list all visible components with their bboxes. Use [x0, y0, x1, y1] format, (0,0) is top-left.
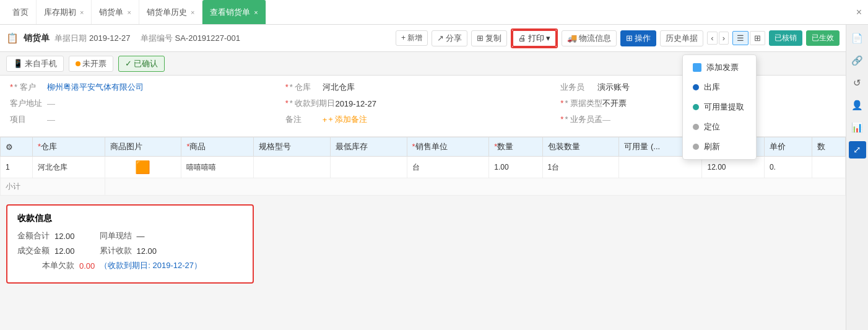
dropdown-avail-extract[interactable]: 可用量提取	[683, 97, 756, 117]
project-value: —	[47, 115, 55, 124]
not-open-button[interactable]: 未开票	[69, 56, 113, 72]
cumulative-label: 累计收款	[100, 245, 132, 256]
print-button[interactable]: 🖨 打印 ▾	[512, 30, 557, 47]
ticket-value: 不开票	[602, 98, 627, 109]
gear-icon: ⚙	[6, 142, 13, 152]
deal-amount-label: 成交金额	[17, 245, 50, 256]
tab-view-sales-close[interactable]: ×	[254, 9, 258, 16]
outbound-icon	[693, 84, 699, 90]
salesperson-value: —	[602, 115, 610, 124]
effective-button[interactable]: 已生效	[806, 30, 840, 46]
col-warehouse: *仓库	[33, 137, 105, 157]
sidebar-refresh-icon[interactable]: ↺	[849, 74, 866, 92]
col-pkg-qty: 包装数量	[542, 137, 619, 157]
print-icon: 🖨	[518, 33, 526, 43]
col-price: 单价	[764, 137, 812, 157]
row-unit: 台	[407, 157, 489, 178]
list-view-button[interactable]: ☰	[732, 31, 749, 45]
subtotal-row: 小计	[1, 178, 846, 196]
doc-icon: 📋	[6, 32, 19, 44]
from-phone-button[interactable]: 📱 来自手机	[6, 56, 64, 72]
doc-no-value: SA-20191227-001	[175, 33, 241, 43]
sidebar-doc-icon[interactable]: 📄	[849, 30, 866, 47]
copy-button[interactable]: ⊞ 复制	[471, 30, 507, 46]
row-spec	[253, 157, 330, 178]
row-image: 🟧	[105, 157, 181, 178]
amount-value: 12.00	[54, 232, 75, 241]
prev-button[interactable]: ‹	[707, 32, 717, 45]
nav-arrows: ‹ ›	[707, 32, 729, 45]
payment-title: 收款信息	[17, 213, 243, 224]
due-note: （收款到期日: 2019-12-27）	[100, 260, 202, 271]
toolbar: 📋 销货单 单据日期 2019-12-27 单据编号 SA-20191227-0…	[0, 25, 846, 52]
row-min-stock	[330, 157, 407, 178]
project-label: 项目	[10, 114, 47, 125]
col-product: *商品	[181, 137, 254, 157]
dropdown-add-invoice[interactable]: 添加发票	[683, 58, 756, 77]
logistics-icon: 🚚	[567, 33, 577, 43]
phone-icon: 📱	[13, 59, 23, 68]
add-note-button[interactable]: + + 添加备注	[323, 114, 368, 125]
col-spec: 规格型号	[253, 137, 330, 157]
share-button[interactable]: ↗ 分享	[432, 30, 467, 46]
share-icon: ↗	[437, 33, 444, 43]
doc-title: 销货单	[24, 33, 50, 44]
logistics-button[interactable]: 🚚 物流信息	[562, 30, 617, 46]
tab-sales-history-close[interactable]: ×	[191, 9, 194, 16]
row-qty: 1.00	[489, 157, 542, 178]
tab-home[interactable]: 首页	[5, 0, 37, 24]
next-button[interactable]: ›	[719, 32, 729, 45]
sidebar-link-icon[interactable]: 🔗	[849, 52, 866, 69]
right-sidebar: 📄 🔗 ↺ 👤 📊 ⤢	[846, 25, 868, 330]
locate-icon	[693, 124, 699, 130]
amount-label: 金额合计	[17, 230, 50, 241]
tab-sales[interactable]: 销货单 ×	[92, 0, 139, 24]
ops-dropdown: 添加发票 出库 可用量提取 定位 刷新	[682, 54, 757, 160]
same-order-label: 同单现结	[100, 230, 132, 241]
due-label: 本单欠款	[42, 260, 74, 271]
sidebar-chart-icon[interactable]: 📊	[849, 119, 866, 136]
copy-icon: ⊞	[477, 33, 484, 43]
dropdown-locate[interactable]: 定位	[683, 117, 756, 137]
customer-value: 柳州粤港平安气体有限公司	[47, 82, 144, 93]
row-product: 嘻嘻嘻嘻	[181, 157, 254, 178]
warehouse-label: * 仓库	[285, 82, 323, 93]
row-pkg-qty: 1台	[542, 157, 619, 178]
sold-button[interactable]: 已核销	[769, 30, 802, 46]
col-gear: ⚙	[1, 137, 33, 157]
sidebar-expand-icon[interactable]: ⤢	[849, 141, 866, 158]
dropdown-refresh[interactable]: 刷新	[683, 137, 756, 157]
confirm-button[interactable]: ✓ 已确认	[118, 56, 165, 72]
same-order-value: —	[137, 232, 145, 241]
staff-value: 演示账号	[597, 82, 630, 93]
subtotal-label: 小计	[1, 178, 105, 196]
address-value: —	[47, 99, 55, 108]
row-price: 0.	[764, 157, 812, 178]
ops-button[interactable]: ⊞ 操作	[620, 30, 656, 46]
view-buttons: ☰ ⊞	[732, 31, 765, 45]
sidebar-user-icon[interactable]: 👤	[849, 97, 866, 114]
tab-sales-history[interactable]: 销货单历史 ×	[139, 0, 202, 24]
refresh-icon	[693, 144, 699, 150]
doc-no-label: 单据编号	[141, 33, 173, 44]
deal-amount-value: 12.00	[54, 246, 75, 256]
dropdown-outbound[interactable]: 出库	[683, 77, 756, 97]
due-value: 0.00	[79, 261, 95, 271]
add-invoice-icon	[693, 63, 701, 72]
date-label: 单据日期	[54, 33, 87, 44]
row-amount	[812, 157, 846, 178]
tab-sales-close[interactable]: ×	[127, 9, 131, 16]
col-unit: *销售单位	[407, 137, 489, 157]
window-close[interactable]: ×	[856, 7, 862, 18]
tab-view-sales[interactable]: 查看销货单 ×	[202, 0, 266, 24]
col-qty: *数量	[489, 137, 542, 157]
tab-inventory[interactable]: 库存期初 ×	[37, 0, 92, 24]
grid-view-button[interactable]: ⊞	[750, 31, 765, 45]
product-image-icon: 🟧	[135, 160, 150, 174]
avail-icon	[693, 104, 699, 110]
address-label: 客户地址	[10, 98, 47, 109]
new-button[interactable]: + 新增	[396, 30, 428, 46]
payment-section: 收款信息 金额合计 12.00 同单现结 — 成交金额 12.00	[0, 196, 846, 292]
history-button[interactable]: 历史单据	[660, 30, 703, 46]
tab-inventory-close[interactable]: ×	[80, 9, 84, 16]
